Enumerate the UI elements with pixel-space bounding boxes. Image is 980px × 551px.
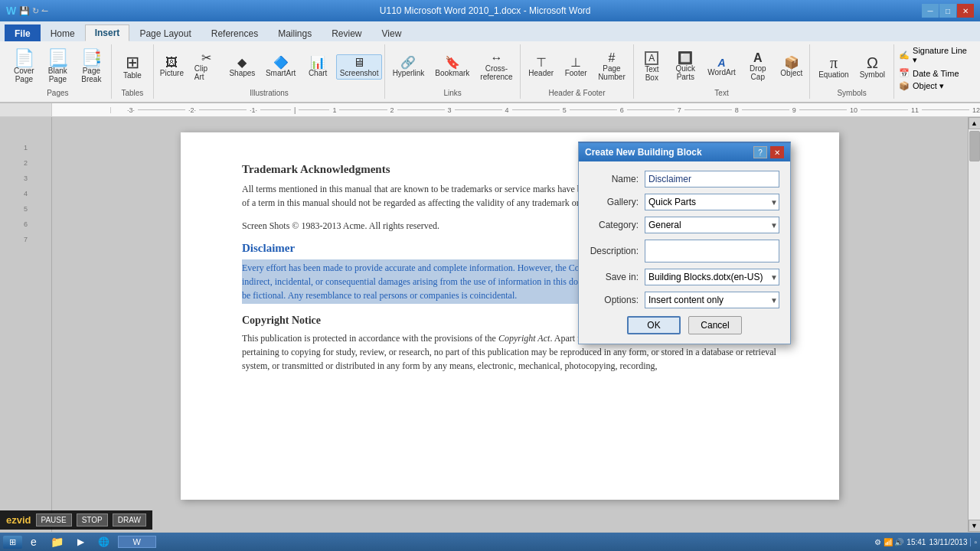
blank-page-button[interactable]: 📃 BlankPage	[42, 47, 73, 86]
smartart-icon: 🔷	[273, 57, 289, 69]
explorer-button[interactable]: 📁	[45, 534, 69, 549]
chrome-button[interactable]: 🌐	[93, 535, 115, 549]
shapes-icon: ◆	[237, 57, 247, 69]
shapes-button[interactable]: ◆ Shapes	[226, 54, 260, 80]
description-row: Description:	[590, 240, 779, 262]
equation-icon: π	[830, 55, 838, 70]
windows-taskbar: ⊞ e 📁 ▶ 🌐 W ⚙ 📶 🔊 15:41 13/11/2013 ▫	[0, 533, 980, 551]
ie-button[interactable]: e	[25, 534, 42, 549]
drop-cap-icon: A	[753, 52, 763, 64]
cross-reference-button[interactable]: ↔ Cross-reference	[476, 50, 516, 83]
ribbon-group-text: A TextBox 🔲 QuickParts A WordArt A DropC…	[634, 44, 810, 99]
options-row: Options: Insert content only ▼	[590, 292, 779, 308]
drop-cap-button[interactable]: A DropCap	[743, 50, 773, 83]
gallery-select[interactable]: Quick Parts	[645, 194, 779, 210]
equation-button[interactable]: π Equation	[815, 53, 852, 81]
tab-review[interactable]: Review	[322, 24, 371, 41]
symbols-label: Symbols	[837, 87, 866, 97]
symbol-button[interactable]: Ω Symbol	[856, 53, 889, 81]
draw-button[interactable]: DRAW	[113, 514, 146, 527]
page-break-button[interactable]: 📑 PageBreak	[76, 47, 106, 86]
tab-mailings[interactable]: Mailings	[268, 24, 322, 41]
scroll-down-button[interactable]: ▼	[969, 520, 981, 532]
cover-page-button[interactable]: 📄 CoverPage	[8, 47, 39, 86]
tray-icons: ⚙ 📶 🔊	[874, 538, 904, 546]
clip-art-button[interactable]: ✂ Clip Art	[191, 50, 223, 83]
bookmark-button[interactable]: 🔖 Bookmark	[431, 54, 473, 80]
gallery-label: Gallery:	[590, 197, 645, 207]
chart-button[interactable]: 📊 Chart	[302, 54, 333, 80]
name-label: Name:	[590, 174, 645, 184]
quick-parts-button[interactable]: 🔲 QuickParts	[670, 50, 701, 83]
ok-button[interactable]: OK	[627, 316, 681, 334]
name-input[interactable]	[645, 171, 779, 187]
ribbon-tabs: File Home Insert Page Layout References …	[0, 21, 980, 41]
stop-button[interactable]: STOP	[77, 514, 108, 527]
maximize-button[interactable]: □	[939, 4, 956, 18]
dialog-help-button[interactable]: ?	[753, 146, 767, 158]
category-select[interactable]: General	[645, 217, 779, 233]
dialog-title: Create New Building Block	[585, 147, 702, 158]
save-in-select[interactable]: Building Blocks.dotx(en-US)	[645, 269, 779, 285]
tab-home[interactable]: Home	[41, 24, 85, 41]
signature-line-button[interactable]: ✍ Signature Line ▾	[899, 46, 971, 65]
screenshot-button[interactable]: 🖥 Screenshot	[336, 54, 382, 80]
close-button[interactable]: ✕	[957, 4, 974, 18]
signature-icon: ✍	[899, 51, 910, 60]
smartart-button[interactable]: 🔷 SmartArt	[262, 54, 299, 80]
links-label: Links	[443, 87, 461, 97]
footer-button[interactable]: ⊥ Footer	[560, 54, 591, 80]
pause-button[interactable]: PAUSE	[36, 514, 72, 527]
wordart-button[interactable]: A WordArt	[704, 55, 740, 79]
date-time-button[interactable]: 📅 Date & Time	[899, 68, 971, 78]
minimize-button[interactable]: ─	[922, 4, 939, 18]
object2-button[interactable]: 📦 Object ▾	[899, 81, 971, 91]
scroll-track[interactable]	[969, 129, 980, 520]
ribbon-group-pages: 📄 CoverPage 📃 BlankPage 📑 PageBreak Page…	[5, 44, 112, 99]
ribbon: File Home Insert Page Layout References …	[0, 21, 980, 103]
ruler: ·3· ·2· ·1· | 1 2 3 4 5 6 7 8 9 10 11 12	[0, 103, 980, 117]
tab-page-layout[interactable]: Page Layout	[129, 24, 201, 41]
media-button[interactable]: ▶	[72, 535, 90, 549]
tab-references[interactable]: References	[201, 24, 268, 41]
start-button[interactable]: ⊞	[3, 536, 22, 549]
cover-page-icon: 📄	[14, 50, 34, 67]
object-button[interactable]: 📦 Object	[776, 54, 807, 80]
tab-insert[interactable]: Insert	[85, 24, 130, 41]
right-scrollbar: ▲ ▼	[968, 117, 980, 532]
save-in-label: Save in:	[590, 272, 645, 282]
table-button[interactable]: ⊞ Table	[117, 52, 148, 82]
page-number-icon: #	[608, 52, 615, 64]
dialog-body: Name: Gallery: Quick Parts ▼ Category:	[579, 161, 790, 344]
header-button[interactable]: ⊤ Header	[524, 54, 557, 80]
scroll-thumb[interactable]	[969, 131, 980, 161]
clip-art-icon: ✂	[201, 52, 211, 64]
save-in-row: Save in: Building Blocks.dotx(en-US) ▼	[590, 269, 779, 285]
blank-page-icon: 📃	[47, 50, 68, 67]
tab-file[interactable]: File	[5, 24, 41, 41]
pages-label: Pages	[47, 87, 68, 97]
dialog-close-button[interactable]: ✕	[770, 146, 784, 158]
screenshot-label: Screenshot	[340, 69, 379, 77]
options-select[interactable]: Insert content only	[645, 292, 779, 308]
options-label: Options:	[590, 295, 645, 305]
ribbon-group-header-footer: ⊤ Header ⊥ Footer # PageNumber Header & …	[521, 44, 634, 99]
ribbon-group-tables: ⊞ Table Tables	[112, 44, 154, 99]
show-desktop-button[interactable]: ▫	[970, 538, 977, 546]
description-textarea[interactable]	[645, 240, 779, 262]
object-icon: 📦	[784, 57, 799, 69]
hyperlink-button[interactable]: 🔗 Hyperlink	[389, 54, 429, 80]
word-taskbar-button[interactable]: W	[118, 536, 156, 548]
text-box-button[interactable]: A TextBox	[636, 49, 667, 84]
ribbon-group-links: 🔗 Hyperlink 🔖 Bookmark ↔ Cross-reference…	[385, 44, 521, 99]
cancel-button[interactable]: Cancel	[688, 316, 742, 334]
symbol-icon: Ω	[867, 55, 878, 70]
picture-icon: 🖼	[165, 57, 178, 69]
date: 13/11/2013	[929, 538, 967, 546]
picture-button[interactable]: 🖼 Picture	[156, 54, 188, 80]
page-number-button[interactable]: # PageNumber	[594, 50, 629, 83]
title-text: U110 Microsoft Word 2010_1.docx - Micros…	[48, 5, 922, 16]
scroll-up-button[interactable]: ▲	[969, 117, 981, 129]
footer-icon: ⊥	[570, 57, 581, 69]
tab-view[interactable]: View	[372, 24, 412, 41]
